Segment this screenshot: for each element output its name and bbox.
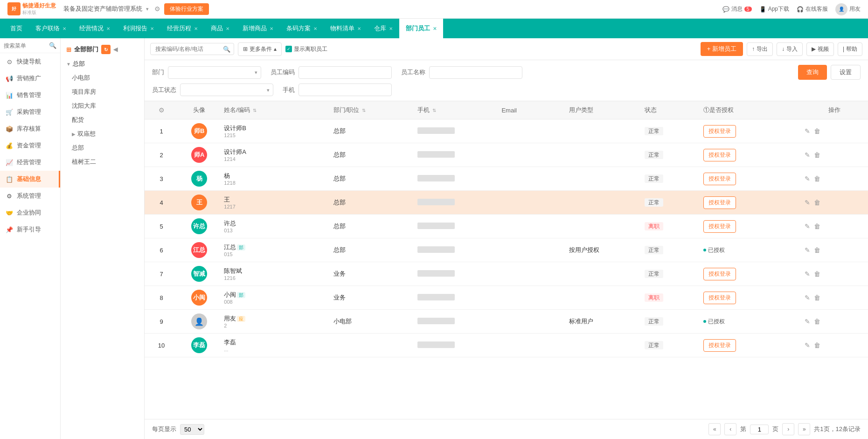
- sidebar-item-guide[interactable]: 📌 新手引导: [0, 221, 60, 238]
- app-download-item[interactable]: 📱 App下载: [759, 5, 789, 13]
- last-page-btn[interactable]: »: [798, 423, 810, 435]
- auth-button[interactable]: 授权登录: [703, 173, 736, 185]
- add-employee-btn[interactable]: + 新增员工: [701, 42, 743, 56]
- user-item[interactable]: 👤 用友: [835, 3, 861, 15]
- import-btn[interactable]: ↓ 导入: [777, 42, 803, 56]
- sort-icon-dept[interactable]: ⇅: [362, 108, 366, 113]
- prev-page-btn[interactable]: ‹: [724, 423, 736, 435]
- view-btn[interactable]: ▶ 视频: [806, 42, 834, 56]
- edit-icon[interactable]: ✎: [805, 199, 810, 206]
- dept-item-general[interactable]: ▼ 总部: [61, 57, 144, 71]
- close-icon[interactable]: ✕: [194, 26, 198, 31]
- close-icon[interactable]: ✕: [106, 26, 110, 31]
- set-btn[interactable]: 设置: [831, 65, 861, 80]
- dropdown-arrow[interactable]: ▾: [146, 6, 149, 12]
- message-item[interactable]: 💬 消息 5: [722, 5, 752, 13]
- nav-item-home[interactable]: 首页: [4, 19, 29, 38]
- employee-code-input[interactable]: [299, 66, 392, 79]
- dept-item-distribution[interactable]: 配货: [61, 113, 144, 127]
- edit-icon[interactable]: ✎: [805, 294, 810, 301]
- delete-icon[interactable]: 🗑: [814, 127, 820, 135]
- delete-icon[interactable]: 🗑: [814, 175, 820, 182]
- nav-item-history[interactable]: 经营历程 ✕: [160, 19, 204, 38]
- nav-item-goods[interactable]: 商品 ✕: [204, 19, 236, 38]
- auth-button[interactable]: 授权登录: [703, 125, 736, 138]
- search-btn[interactable]: 查询: [798, 65, 827, 80]
- delete-icon[interactable]: 🗑: [814, 223, 820, 230]
- edit-icon[interactable]: ✎: [805, 223, 810, 230]
- close-icon-active[interactable]: ✕: [433, 26, 437, 31]
- auth-button[interactable]: 授权登录: [703, 149, 736, 161]
- sidebar-item-system[interactable]: ⚙ 系统管理: [0, 188, 60, 204]
- close-icon[interactable]: ✕: [313, 26, 317, 31]
- sidebar-item-sales[interactable]: 📊 销售管理: [0, 87, 60, 104]
- edit-icon[interactable]: ✎: [805, 341, 810, 349]
- nav-item-profit[interactable]: 利润报告 ✕: [117, 19, 160, 38]
- auth-button[interactable]: 授权登录: [703, 220, 736, 233]
- dept-item-zhishu[interactable]: 植树王二: [61, 155, 144, 169]
- sidebar-item-purchase[interactable]: 🛒 采购管理: [0, 104, 60, 120]
- delete-icon[interactable]: 🗑: [814, 151, 820, 159]
- nav-item-operation[interactable]: 经营情况 ✕: [73, 19, 117, 38]
- first-page-btn[interactable]: «: [708, 423, 721, 435]
- sort-icon-name[interactable]: ⇅: [253, 108, 257, 113]
- dept-item-project[interactable]: 项目库房: [61, 85, 144, 99]
- close-icon[interactable]: ✕: [150, 26, 154, 31]
- dept-refresh-btn[interactable]: ↻: [101, 45, 111, 54]
- nav-item-employees[interactable]: 部门员工 ✕: [399, 19, 443, 38]
- close-icon[interactable]: ✕: [389, 26, 393, 31]
- edit-icon[interactable]: ✎: [805, 127, 810, 135]
- edit-icon[interactable]: ✎: [805, 151, 810, 159]
- sort-icon-phone[interactable]: ⇅: [432, 108, 436, 113]
- export-btn[interactable]: ↑ 导出: [747, 42, 773, 56]
- phone-input[interactable]: [299, 84, 392, 96]
- next-page-btn[interactable]: ›: [782, 423, 794, 435]
- auth-button[interactable]: 授权登录: [703, 196, 736, 209]
- dept-select[interactable]: [168, 66, 261, 79]
- dept-item-shuangmiao[interactable]: ▶ 双庙想: [61, 127, 144, 141]
- close-icon[interactable]: ✕: [357, 26, 361, 31]
- sidebar-item-finance[interactable]: 💰 资金管理: [0, 137, 60, 154]
- nav-item-add-goods[interactable]: 新增商品 ✕: [236, 19, 280, 38]
- sidebar-item-management[interactable]: 📈 经营管理: [0, 154, 60, 171]
- delete-icon[interactable]: 🗑: [814, 294, 820, 301]
- nav-item-warehouse[interactable]: 仓库 ✕: [368, 19, 399, 38]
- edit-icon[interactable]: ✎: [805, 318, 810, 325]
- trial-button[interactable]: 体验行业方案: [164, 3, 209, 15]
- per-page-select[interactable]: 50 100: [180, 424, 204, 435]
- sidebar-item-marketing[interactable]: 📢 营销推广: [0, 70, 60, 87]
- auth-button[interactable]: 授权登录: [703, 339, 736, 352]
- delete-icon[interactable]: 🗑: [814, 246, 820, 254]
- nav-item-customer[interactable]: 客户联络 ✕: [29, 19, 73, 38]
- dept-item-xiaodibu[interactable]: 小电部: [61, 71, 144, 85]
- sidebar-item-inventory[interactable]: 📦 库存核算: [0, 120, 60, 137]
- delete-icon[interactable]: 🗑: [814, 341, 820, 349]
- nav-item-barcode[interactable]: 条码方案 ✕: [280, 19, 324, 38]
- dept-item-zongbu[interactable]: 总部: [61, 141, 144, 155]
- edit-icon[interactable]: ✎: [805, 175, 810, 182]
- show-resigned-toggle[interactable]: ✓ 显示离职员工: [285, 45, 327, 53]
- delete-icon[interactable]: 🗑: [814, 318, 820, 325]
- status-select[interactable]: [180, 84, 273, 96]
- delete-icon[interactable]: 🗑: [814, 199, 820, 206]
- table-settings-icon[interactable]: ⚙: [159, 106, 165, 114]
- edit-icon[interactable]: ✎: [805, 270, 810, 278]
- auth-button[interactable]: 授权登录: [703, 292, 736, 304]
- help-btn[interactable]: | 帮助: [838, 42, 862, 56]
- sidebar-item-basic-info[interactable]: 📋 基础信息: [0, 171, 60, 188]
- close-icon[interactable]: ✕: [270, 26, 273, 31]
- auth-button[interactable]: 授权登录: [703, 268, 736, 280]
- dept-collapse-btn[interactable]: ◀: [113, 46, 118, 53]
- more-filter-btn[interactable]: ⊞ 更多条件 ▴: [238, 42, 282, 56]
- sidebar-search-input[interactable]: [4, 42, 47, 49]
- delete-icon[interactable]: 🗑: [814, 270, 820, 278]
- close-icon[interactable]: ✕: [62, 26, 66, 31]
- edit-icon[interactable]: ✎: [805, 246, 810, 254]
- dept-item-shenyang[interactable]: 沈阳大库: [61, 99, 144, 113]
- sidebar-item-quick-nav[interactable]: ⊙ 快捷导航: [0, 53, 60, 70]
- employee-name-input[interactable]: [429, 66, 522, 79]
- nav-item-bom[interactable]: 物料清单 ✕: [324, 19, 368, 38]
- page-number-input[interactable]: [750, 425, 769, 434]
- sidebar-item-collab[interactable]: 🤝 企业协同: [0, 204, 60, 221]
- close-icon[interactable]: ✕: [226, 26, 229, 31]
